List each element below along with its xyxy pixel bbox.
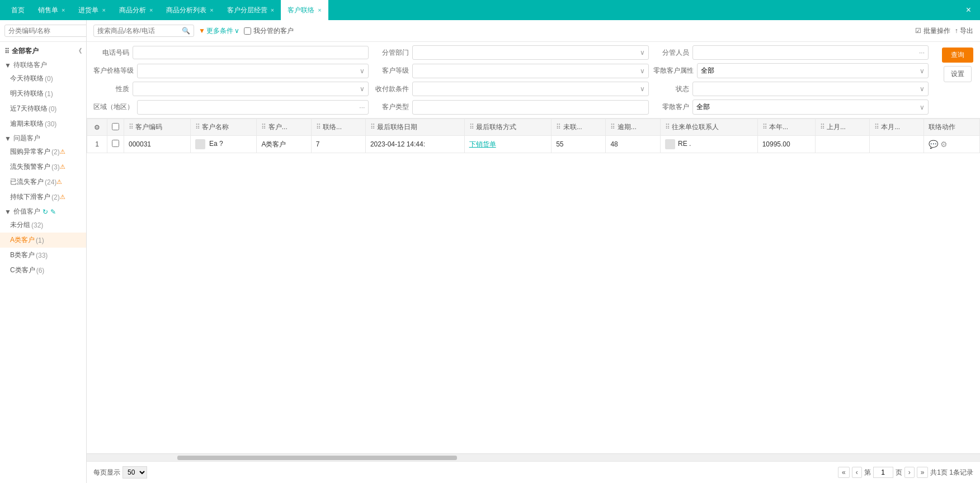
nature-select[interactable]: ∨ [133, 82, 369, 96]
action-buttons: 查询 设置 [935, 42, 980, 118]
col-name[interactable]: ⠿ 客户名称 [190, 119, 257, 136]
close-analysis-tab[interactable]: × [149, 7, 153, 13]
close-purchase-tab[interactable]: × [102, 7, 105, 13]
all-customers-section: ⠿ 全部客户 《 [0, 42, 86, 58]
message-action-icon[interactable]: 💬 [929, 140, 938, 149]
row-checkbox[interactable] [112, 140, 119, 147]
col-type[interactable]: ⠿ 客户... [257, 119, 311, 136]
collapse-icon[interactable]: 《 [76, 47, 82, 55]
my-customers-checkbox[interactable] [244, 27, 251, 35]
advanced-filter-area: 电话号码 分管部门 ∨ 分管人员 ··· [87, 42, 980, 119]
sidebar-item-hoarding[interactable]: 囤购异常客户 (2) ⚠ [0, 144, 86, 159]
settings-button[interactable]: 设置 [944, 66, 972, 82]
sidebar-search-input[interactable] [4, 25, 87, 37]
export-button[interactable]: ↑ 导出 [955, 26, 973, 36]
sidebar-item-class-c[interactable]: C类客户 (6) [0, 263, 86, 278]
nav-customer-contact[interactable]: 客户联络 × [281, 0, 328, 20]
sidebar-item-7days[interactable]: 近7天待联络 (0) [0, 101, 86, 116]
nav-home[interactable]: 首页 [4, 0, 31, 20]
sidebar-item-unclassified[interactable]: 未分组 (32) [0, 217, 86, 233]
sidebar-item-churned[interactable]: 已流失客户 (24) ⚠ [0, 174, 86, 190]
col-contact-person[interactable]: ⠿ 往来单位联系人 [660, 119, 757, 136]
retail-attr-select[interactable]: 全部 ∨ [697, 63, 929, 78]
my-customers-checkbox-label[interactable]: 我分管的客户 [244, 26, 294, 36]
col-icon3: ⠿ [261, 123, 266, 131]
top-navigation: 首页 销售单 × 进货单 × 商品分析 × 商品分析列表 × 客户分层经营 × … [0, 0, 980, 20]
col-not-contacted[interactable]: ⠿ 未联... [552, 119, 606, 136]
first-page-button[interactable]: « [838, 467, 850, 478]
price-level-select[interactable]: ∨ [137, 64, 369, 78]
scroll-thumb[interactable] [177, 456, 457, 460]
sidebar-item-overdue[interactable]: 逾期未联络 (30) [0, 116, 86, 131]
col-last-date[interactable]: ⠿ 最后联络日期 [365, 119, 464, 136]
query-button[interactable]: 查询 [942, 48, 973, 63]
sidebar-item-class-b[interactable]: B类客户 (33) [0, 248, 86, 263]
edit-icon[interactable]: ✎ [50, 208, 56, 216]
table-header-row: ⚙ ⠿ 客户编码 ⠿ 客户名称 ⠿ [87, 119, 980, 136]
all-customers-header[interactable]: ⠿ 全部客户 《 [0, 42, 86, 58]
close-window-button[interactable]: × [962, 5, 976, 15]
close-customer-segment-tab[interactable]: × [271, 7, 274, 13]
select-all-checkbox[interactable] [112, 123, 119, 130]
col-checkbox [107, 119, 124, 136]
problem-customers-group[interactable]: ▼ 问题客户 [0, 131, 86, 144]
col-code[interactable]: ⠿ 客户编码 [124, 119, 191, 136]
last-method-link[interactable]: 下销货单 [469, 140, 496, 148]
cust-type-input[interactable] [412, 100, 648, 115]
filter-cust-level: 客户等级 ∨ [373, 63, 648, 78]
nav-purchase[interactable]: 进货单 × [72, 0, 112, 20]
dept-select[interactable]: ∨ [412, 45, 648, 60]
pending-contact-section: ▼ 待联络客户 今天待联络 (0) 明天待联络 (1) 近7天待联络 (0) 逾… [0, 58, 86, 131]
prev-page-button[interactable]: ‹ [852, 467, 862, 478]
sidebar-item-class-a[interactable]: A类客户 (1) [0, 233, 86, 248]
phone-input[interactable] [133, 46, 369, 59]
next-page-button[interactable]: › [904, 467, 915, 478]
retail-cust-select[interactable]: 全部 ∨ [692, 100, 929, 115]
col-last-month[interactable]: ⠿ 上月... [815, 119, 869, 136]
chevron-retail-attr: ∨ [920, 67, 925, 75]
filter-right: ☑ 批量操作 ↑ 导出 [915, 26, 973, 36]
pending-contact-group[interactable]: ▼ 待联络客户 [0, 58, 86, 71]
status-select[interactable]: ∨ [692, 82, 929, 96]
col-this-year[interactable]: ⠿ 本年... [757, 119, 815, 136]
cust-level-select[interactable]: ∨ [412, 64, 648, 78]
sidebar-item-today[interactable]: 今天待联络 (0) [0, 71, 86, 86]
col-this-month[interactable]: ⠿ 本月... [869, 119, 924, 136]
close-analysis-list-tab[interactable]: × [210, 7, 213, 13]
last-page-button[interactable]: » [917, 467, 929, 478]
search-input[interactable] [97, 27, 182, 35]
nav-analysis[interactable]: 商品分析 × [112, 0, 159, 20]
value-customers-group[interactable]: ▼ 价值客户 ↻ ✎ [0, 205, 86, 217]
page-number-input[interactable] [873, 467, 893, 478]
filter-row-4: 区域（地区） ··· 客户类型 零散客户 [87, 98, 935, 118]
nav-customer-segment[interactable]: 客户分层经营 × [220, 0, 281, 20]
sidebar-item-declining[interactable]: 持续下滑客户 (2) ⚠ [0, 190, 86, 205]
warning-icon1: ⚠ [60, 148, 65, 155]
close-customer-contact-tab[interactable]: × [318, 7, 321, 13]
col-gear[interactable]: ⚙ [87, 119, 107, 136]
close-sales-tab[interactable]: × [62, 7, 65, 13]
col-overdue[interactable]: ⠿ 逾期... [606, 119, 660, 136]
export-icon: ↑ [955, 27, 958, 35]
per-page-select[interactable]: 50 [123, 466, 147, 479]
payment-select[interactable]: ∨ [412, 82, 648, 96]
main-layout: 🔍 ⠿ 全部客户 《 ▼ 待联络客户 今天待联络 (0) 明天待联络 (1) [0, 20, 980, 483]
sidebar-item-tomorrow[interactable]: 明天待联络 (1) [0, 86, 86, 101]
more-conditions-button[interactable]: ▼ 更多条件 ∨ [199, 26, 239, 36]
horizontal-scrollbar[interactable] [87, 453, 980, 461]
region-input[interactable]: ··· [137, 100, 369, 115]
sidebar-item-churn-warning[interactable]: 流失预警客户 (3) ⚠ [0, 159, 86, 174]
qr-action-icon[interactable]: ⚙ [940, 140, 948, 149]
batch-op-button[interactable]: ☑ 批量操作 [915, 26, 950, 36]
col-last-method[interactable]: ⠿ 最后联络方式 [464, 119, 552, 136]
nav-analysis-list[interactable]: 商品分析列表 × [159, 0, 220, 20]
warning-icon2: ⚠ [60, 163, 65, 171]
search-icon[interactable]: 🔍 [182, 27, 190, 35]
sidebar-search-area: 🔍 [0, 20, 86, 42]
col-contact[interactable]: ⠿ 联络... [311, 119, 365, 136]
refresh-icon[interactable]: ↻ [43, 208, 48, 216]
manager-input[interactable]: ··· [692, 45, 929, 60]
nav-sales[interactable]: 销售单 × [31, 0, 72, 20]
customer-table: ⚙ ⠿ 客户编码 ⠿ 客户名称 ⠿ [87, 119, 980, 153]
chevron-nature: ∨ [360, 85, 365, 93]
